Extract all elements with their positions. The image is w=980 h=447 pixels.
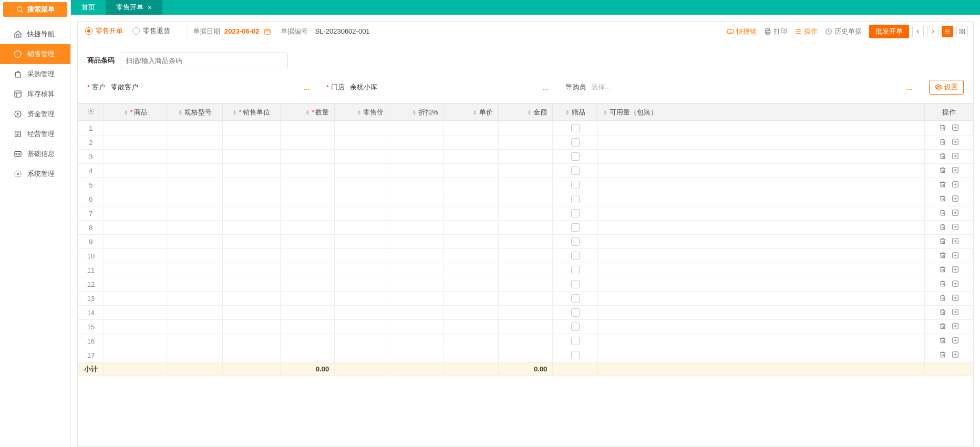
cell-qty[interactable] [280, 121, 335, 136]
cell-price[interactable] [335, 306, 389, 320]
layout-grid-button[interactable] [956, 26, 968, 37]
cell-goods[interactable] [104, 249, 168, 263]
radio-零售退货[interactable]: 零售退货 [132, 26, 170, 36]
cell-uprice[interactable] [443, 150, 498, 164]
cell-goods[interactable] [104, 121, 168, 136]
cell-spec[interactable] [168, 164, 222, 178]
store-block[interactable]: * 门店 余杭小库 … [326, 82, 565, 92]
gift-checkbox[interactable] [571, 167, 580, 175]
cell-amount[interactable] [498, 320, 553, 334]
cell-uprice[interactable] [443, 206, 498, 221]
customer-block[interactable]: * 客户 零散客户 … [87, 82, 326, 92]
store-more-icon[interactable]: … [542, 84, 550, 91]
cell-uprice[interactable] [443, 249, 498, 263]
delete-row-icon[interactable] [939, 209, 946, 218]
cell-disc[interactable] [389, 320, 444, 334]
cell-unit[interactable] [222, 206, 280, 221]
cell-unit[interactable] [222, 348, 280, 362]
cell-unit[interactable] [222, 221, 280, 235]
add-row-icon[interactable] [952, 280, 959, 289]
cell-uprice[interactable] [443, 235, 498, 249]
col-avail[interactable]: ▲▼可用量（包装） [597, 104, 925, 121]
col-amount[interactable]: ▲▼金额 [498, 104, 553, 121]
cell-spec[interactable] [168, 249, 222, 263]
cell-goods[interactable] [104, 178, 168, 192]
delete-row-icon[interactable] [939, 280, 946, 289]
cell-amount[interactable] [498, 249, 553, 263]
cell-disc[interactable] [389, 348, 444, 362]
cell-amount[interactable] [498, 277, 553, 292]
cell-amount[interactable] [498, 121, 553, 136]
guide-more-icon[interactable]: … [906, 84, 913, 91]
cell-amount[interactable] [498, 178, 553, 192]
cell-avail[interactable] [597, 206, 925, 221]
gift-checkbox[interactable] [571, 280, 580, 288]
cell-goods[interactable] [104, 221, 168, 235]
sidebar-item-biz[interactable]: 经营管理 [0, 124, 70, 144]
delete-row-icon[interactable] [939, 266, 946, 275]
cell-amount[interactable] [498, 263, 553, 277]
cell-avail[interactable] [597, 292, 925, 306]
cell-amount[interactable] [498, 150, 553, 164]
cell-qty[interactable] [280, 221, 335, 235]
cell-disc[interactable] [389, 136, 444, 150]
close-icon[interactable]: × [148, 4, 152, 12]
gift-checkbox[interactable] [571, 138, 580, 147]
cell-unit[interactable] [222, 235, 280, 249]
cell-amount[interactable] [498, 292, 553, 306]
cell-price[interactable] [335, 334, 389, 348]
cell-unit[interactable] [222, 178, 280, 192]
cell-uprice[interactable] [443, 320, 498, 334]
cell-avail[interactable] [597, 178, 925, 192]
guide-block[interactable]: 导购员 选择... … [565, 82, 929, 92]
cell-amount[interactable] [498, 306, 553, 320]
tab-零售开单[interactable]: 零售开单× [106, 0, 162, 15]
cell-price[interactable] [335, 121, 389, 136]
cell-disc[interactable] [389, 206, 444, 221]
cell-unit[interactable] [222, 263, 280, 277]
cell-disc[interactable] [389, 178, 444, 192]
batch-order-button[interactable]: 批发开单 [869, 25, 909, 38]
cell-disc[interactable] [389, 235, 444, 249]
cell-spec[interactable] [168, 334, 222, 348]
cell-avail[interactable] [597, 334, 925, 348]
cell-uprice[interactable] [443, 334, 498, 348]
cell-qty[interactable] [280, 306, 335, 320]
tab-首页[interactable]: 首页 [71, 0, 106, 15]
add-row-icon[interactable] [952, 138, 959, 147]
add-row-icon[interactable] [952, 181, 959, 190]
cell-uprice[interactable] [443, 178, 498, 192]
delete-row-icon[interactable] [939, 138, 946, 147]
cell-qty[interactable] [280, 150, 335, 164]
col-disc[interactable]: ▲▼折扣% [389, 104, 444, 121]
cell-uprice[interactable] [443, 348, 498, 362]
gift-checkbox[interactable] [571, 323, 580, 331]
shortcuts-button[interactable]: 快捷键 [727, 27, 757, 36]
cell-uprice[interactable] [443, 263, 498, 277]
add-row-icon[interactable] [952, 323, 959, 331]
cell-spec[interactable] [168, 178, 222, 192]
gift-checkbox[interactable] [571, 223, 580, 232]
add-row-icon[interactable] [952, 266, 959, 275]
cell-disc[interactable] [389, 164, 444, 178]
cell-disc[interactable] [389, 334, 444, 348]
cell-unit[interactable] [222, 334, 280, 348]
cell-amount[interactable] [498, 235, 553, 249]
delete-row-icon[interactable] [939, 351, 946, 360]
cell-disc[interactable] [389, 277, 444, 292]
cell-uprice[interactable] [443, 164, 498, 178]
cell-goods[interactable] [104, 263, 168, 277]
cell-avail[interactable] [597, 150, 925, 164]
cell-qty[interactable] [280, 292, 335, 306]
cell-price[interactable] [335, 136, 389, 150]
cell-unit[interactable] [222, 121, 280, 136]
cell-avail[interactable] [597, 277, 925, 292]
cell-spec[interactable] [168, 277, 222, 292]
sidebar-item-sale[interactable]: 销售管理 [0, 44, 70, 64]
sidebar-item-home[interactable]: 快捷导航 [0, 24, 70, 44]
settings-button[interactable]: 设置 [929, 80, 964, 95]
cell-disc[interactable] [389, 292, 444, 306]
cell-qty[interactable] [280, 348, 335, 362]
sidebar-search-button[interactable]: 搜索菜单 [3, 2, 67, 17]
col-spec[interactable]: ▲▼规格型号 [168, 104, 222, 121]
